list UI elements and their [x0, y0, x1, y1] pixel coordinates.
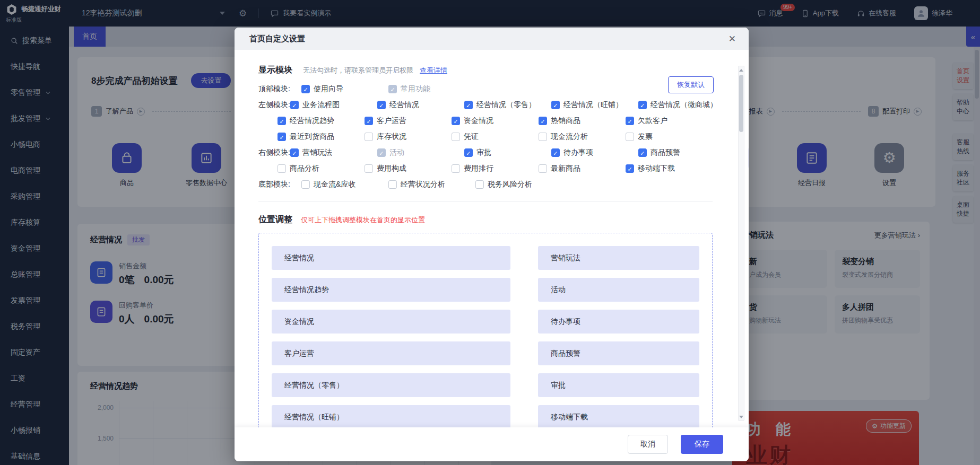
module-checkbox-经营情况（零售）[interactable]: ✓经营情况（零售） — [464, 100, 551, 110]
reset-default-button[interactable]: 恢复默认 — [668, 76, 714, 93]
cancel-button[interactable]: 取消 — [628, 435, 668, 454]
checkbox-label: 发票 — [638, 132, 653, 142]
checkbox-icon[interactable]: ✓ — [626, 164, 634, 173]
module-checkbox-热销商品[interactable]: ✓热销商品 — [539, 116, 626, 126]
checkbox-icon[interactable] — [539, 133, 547, 141]
module-checkbox-费用排行[interactable]: 费用排行 — [452, 164, 539, 173]
drag-item-资金情况[interactable]: 资金情况 — [272, 310, 510, 334]
module-checkbox-移动端下载[interactable]: ✓移动端下载 — [626, 164, 713, 173]
module-checkbox-客户运营[interactable]: ✓客户运营 — [365, 116, 452, 126]
checkbox-icon[interactable]: ✓ — [638, 148, 647, 157]
drag-item-商品预警[interactable]: 商品预警 — [538, 341, 699, 365]
drag-item-移动端下载[interactable]: 移动端下载 — [538, 405, 699, 429]
module-row: 左侧模块:✓业务流程图✓经营情况✓经营情况（零售）✓经营情况（旺铺）✓经营情况（… — [258, 97, 713, 113]
module-checkbox-常用功能[interactable]: ✓常用功能 — [388, 84, 475, 94]
checkbox-icon[interactable] — [452, 164, 460, 173]
checkbox-icon[interactable]: ✓ — [551, 148, 560, 157]
module-checkbox-经营情况[interactable]: ✓经营情况 — [377, 100, 464, 110]
checkbox-icon[interactable]: ✓ — [626, 117, 634, 125]
checkbox-icon[interactable]: ✓ — [277, 133, 286, 141]
drag-item-客户运营[interactable]: 客户运营 — [272, 341, 510, 365]
checkbox-icon[interactable]: ✓ — [301, 85, 310, 93]
drag-item-营销玩法[interactable]: 营销玩法 — [538, 246, 699, 270]
module-checkbox-商品分析[interactable]: 商品分析 — [277, 164, 365, 173]
drag-item-经营情况趋势[interactable]: 经营情况趋势 — [272, 278, 510, 302]
checkbox-label: 经营情况（微商城） — [651, 100, 717, 110]
checkbox-icon[interactable] — [388, 180, 397, 189]
checkbox-icon[interactable]: ✓ — [464, 148, 473, 157]
module-checkbox-欠款客户[interactable]: ✓欠款客户 — [626, 116, 713, 126]
checkbox-label: 常用功能 — [401, 84, 430, 94]
drag-item-经营情况（旺铺）[interactable]: 经营情况（旺铺） — [272, 405, 510, 429]
checkbox-icon[interactable]: ✓ — [638, 101, 647, 109]
checkbox-label: 待办事项 — [563, 148, 593, 157]
checkbox-label: 经营情况 — [389, 100, 419, 110]
close-icon[interactable]: ✕ — [729, 33, 736, 45]
module-checkbox-经营情况（微商城）[interactable]: ✓经营情况（微商城） — [638, 100, 725, 110]
checkbox-label: 最近到货商品 — [290, 132, 334, 142]
module-checkbox-活动[interactable]: ✓活动 — [377, 148, 464, 157]
module-checkbox-现金流&应收[interactable]: 现金流&应收 — [301, 180, 388, 189]
module-checkbox-审批[interactable]: ✓审批 — [464, 148, 551, 157]
module-checkbox-业务流程图[interactable]: ✓业务流程图 — [290, 100, 377, 110]
checkbox-icon[interactable] — [475, 180, 484, 189]
checkbox-label: 凭证 — [464, 132, 479, 142]
module-checkbox-凭证[interactable]: 凭证 — [452, 132, 539, 142]
checkbox-label: 审批 — [476, 148, 491, 157]
module-checkbox-商品预警[interactable]: ✓商品预警 — [638, 148, 725, 157]
checkbox-icon[interactable] — [539, 164, 547, 173]
module-checkbox-费用构成[interactable]: 费用构成 — [365, 164, 452, 173]
checkbox-icon[interactable]: ✓ — [551, 101, 560, 109]
checkbox-icon[interactable]: ✓ — [388, 85, 397, 93]
module-checkbox-经营情况（旺铺）[interactable]: ✓经营情况（旺铺） — [551, 100, 638, 110]
checkbox-icon[interactable] — [277, 164, 286, 173]
save-button[interactable]: 保存 — [681, 435, 723, 454]
module-checkbox-现金流分析[interactable]: 现金流分析 — [539, 132, 626, 142]
drag-item-审批[interactable]: 审批 — [538, 373, 699, 397]
checkbox-icon[interactable] — [626, 133, 634, 141]
checkbox-icon[interactable]: ✓ — [277, 117, 286, 125]
drag-item-经营情况[interactable]: 经营情况 — [272, 246, 510, 270]
module-checkbox-最近到货商品[interactable]: ✓最近到货商品 — [277, 132, 365, 142]
drag-item-待办事项[interactable]: 待办事项 — [538, 310, 699, 334]
checkbox-label: 最新商品 — [551, 164, 580, 173]
module-checkbox-最新商品[interactable]: 最新商品 — [539, 164, 626, 173]
module-checkbox-经营情况趋势[interactable]: ✓经营情况趋势 — [277, 116, 365, 126]
drag-item-经营情况（零售）[interactable]: 经营情况（零售） — [272, 373, 510, 397]
module-checkbox-使用向导[interactable]: ✓使用向导 — [301, 84, 388, 94]
checkbox-icon[interactable]: ✓ — [539, 117, 547, 125]
checkbox-icon[interactable]: ✓ — [377, 101, 386, 109]
checkbox-icon[interactable]: ✓ — [377, 148, 386, 157]
checkbox-icon[interactable]: ✓ — [290, 101, 299, 109]
checkbox-icon[interactable]: ✓ — [290, 148, 299, 157]
module-checkbox-待办事项[interactable]: ✓待办事项 — [551, 148, 638, 157]
module-checkbox-营销玩法[interactable]: ✓营销玩法 — [290, 148, 377, 157]
checkbox-label: 营销玩法 — [302, 148, 332, 157]
module-checkbox-资金情况[interactable]: ✓资金情况 — [452, 116, 539, 126]
checkbox-label: 费用排行 — [464, 164, 493, 173]
scroll-up-arrow[interactable] — [739, 67, 744, 73]
checkbox-icon[interactable]: ✓ — [452, 117, 460, 125]
modal-scrollbar[interactable] — [738, 66, 744, 421]
checkbox-icon[interactable] — [301, 180, 310, 189]
module-checkbox-库存状况[interactable]: 库存状况 — [365, 132, 452, 142]
view-details-link[interactable]: 查看详情 — [420, 66, 447, 75]
module-group-label: 右侧模块: — [258, 148, 290, 157]
drag-item-活动[interactable]: 活动 — [538, 278, 699, 302]
checkbox-icon[interactable] — [365, 164, 373, 173]
modal-scrollbar-thumb[interactable] — [739, 75, 743, 132]
checkbox-icon[interactable]: ✓ — [464, 101, 473, 109]
checkbox-icon[interactable]: ✓ — [365, 117, 373, 125]
module-checkbox-发票[interactable]: 发票 — [626, 132, 713, 142]
checkbox-label: 商品预警 — [651, 148, 680, 157]
checkbox-label: 现金流&应收 — [314, 180, 355, 189]
checkbox-label: 使用向导 — [314, 84, 343, 94]
module-checkbox-经营状况分析[interactable]: 经营状况分析 — [388, 180, 475, 189]
scroll-down-arrow[interactable] — [739, 414, 744, 420]
modal-footer: 取消 保存 — [235, 427, 749, 461]
checkbox-icon[interactable] — [452, 133, 460, 141]
modal-header: 首页自定义设置 ✕ — [235, 28, 749, 50]
module-checkbox-税务风险分析[interactable]: 税务风险分析 — [475, 180, 562, 189]
module-row: 顶部模块:✓使用向导✓常用功能 — [258, 81, 713, 97]
checkbox-icon[interactable] — [365, 133, 373, 141]
